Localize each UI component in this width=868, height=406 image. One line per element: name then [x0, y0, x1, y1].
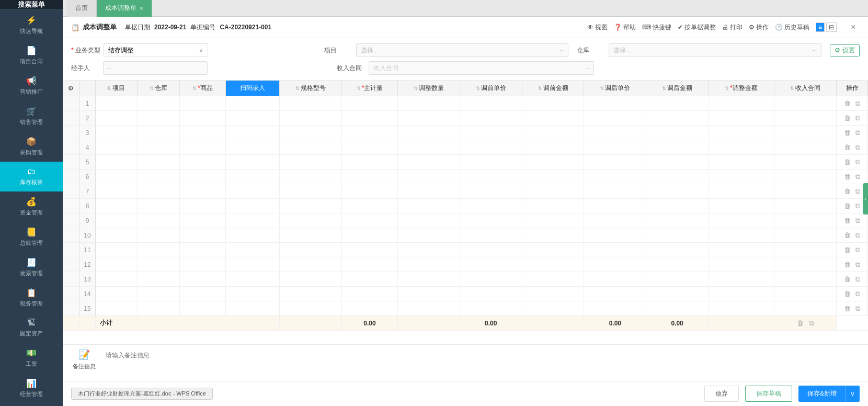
cell-scan[interactable]: [226, 155, 280, 170]
row-copy-button[interactable]: ⧉: [854, 201, 862, 211]
row-delete-button[interactable]: 🗑: [842, 172, 852, 181]
cell-pre-amount[interactable]: [522, 199, 584, 213]
view-tool[interactable]: 👁视图: [587, 23, 608, 32]
cell-unit[interactable]: [341, 199, 397, 213]
cell-pre-unit-price[interactable]: [460, 199, 522, 213]
cell-scan[interactable]: [226, 257, 280, 272]
cell-post-unit-price[interactable]: [584, 140, 646, 155]
cell-warehouse[interactable]: [138, 287, 180, 301]
cell-warehouse[interactable]: [138, 96, 180, 111]
business-type-input[interactable]: 结存调整 ∨: [104, 43, 208, 57]
cell-adj-qty[interactable]: [398, 199, 460, 213]
cell-adj-qty[interactable]: [398, 243, 460, 257]
sidebar-item-ops-mgmt[interactable]: 📊 经营管理: [0, 373, 63, 403]
cell-warehouse[interactable]: [138, 301, 180, 316]
cell-project[interactable]: [95, 301, 138, 316]
sidebar-item-project-contract[interactable]: 📄 项目合同: [0, 40, 63, 71]
cell-pre-amount[interactable]: [522, 213, 584, 228]
cell-income-contract[interactable]: [774, 199, 837, 213]
row-delete-button[interactable]: 🗑: [842, 260, 852, 269]
cell-warehouse[interactable]: [138, 155, 180, 170]
row-delete-button[interactable]: 🗑: [842, 304, 852, 313]
row-copy-button[interactable]: ⧉: [854, 245, 862, 255]
cell-post-unit-price[interactable]: [584, 228, 646, 243]
row-copy-button[interactable]: ⧉: [854, 304, 862, 313]
cell-project[interactable]: [95, 272, 138, 287]
cell-pre-amount[interactable]: [522, 126, 584, 140]
row-copy-button[interactable]: ⧉: [854, 114, 862, 123]
cell-scan[interactable]: [226, 111, 280, 126]
row-delete-button[interactable]: 🗑: [842, 114, 852, 122]
cell-pre-unit-price[interactable]: [460, 257, 522, 272]
cell-post-unit-price[interactable]: [584, 301, 646, 316]
cell-income-contract[interactable]: [774, 126, 837, 140]
cell-scan[interactable]: [226, 96, 280, 111]
cell-unit[interactable]: [341, 155, 397, 170]
handler-input[interactable]: ···: [103, 61, 208, 75]
cell-adj-amount[interactable]: [708, 287, 774, 301]
project-input[interactable]: 选择... ···: [356, 43, 569, 57]
sidebar-item-inventory-calc[interactable]: 🗂 库存核算: [0, 162, 63, 191]
save-new-button[interactable]: 保存&新增: [798, 386, 846, 402]
row-copy-button[interactable]: ⧉: [854, 289, 862, 299]
cell-warehouse[interactable]: [138, 199, 180, 213]
row-delete-button[interactable]: 🗑: [842, 231, 852, 240]
cell-unit[interactable]: [341, 243, 397, 257]
cell-post-amount[interactable]: [646, 213, 709, 228]
col-warehouse[interactable]: ⇅仓库: [138, 81, 180, 96]
row-delete-button[interactable]: 🗑: [842, 216, 852, 225]
cell-spec[interactable]: [280, 213, 342, 228]
sidebar-item-payroll[interactable]: 💵 工资: [0, 343, 63, 373]
sidebar-item-finance-mgmt[interactable]: 💰 资金管理: [0, 191, 63, 222]
cell-adj-amount[interactable]: [708, 257, 774, 272]
col-product[interactable]: ⇅*商品: [180, 81, 226, 96]
layout-btn-1[interactable]: ≡: [816, 22, 825, 32]
save-new-arrow-button[interactable]: ∨: [846, 386, 860, 402]
cell-income-contract[interactable]: [774, 184, 837, 199]
cell-pre-unit-price[interactable]: [460, 96, 522, 111]
cell-adj-qty[interactable]: [398, 272, 460, 287]
cell-post-amount[interactable]: [646, 257, 709, 272]
cell-product[interactable]: [180, 287, 226, 301]
cell-post-amount[interactable]: [646, 199, 709, 213]
history-tool[interactable]: 🕐历史草稿: [775, 23, 809, 32]
cell-spec[interactable]: [280, 301, 342, 316]
cell-scan[interactable]: [226, 287, 280, 301]
cell-spec[interactable]: [280, 272, 342, 287]
cell-warehouse[interactable]: [138, 184, 180, 199]
cell-unit[interactable]: [341, 140, 397, 155]
cell-spec[interactable]: [280, 257, 342, 272]
cell-project[interactable]: [95, 243, 138, 257]
row-copy-button[interactable]: ⧉: [854, 172, 862, 182]
cell-income-contract[interactable]: [774, 257, 837, 272]
sidebar-item-tax-mgmt[interactable]: 📋 税务管理: [0, 283, 63, 313]
cell-product[interactable]: [180, 213, 226, 228]
cell-post-amount[interactable]: [646, 170, 709, 184]
cell-pre-amount[interactable]: [522, 96, 584, 111]
cell-pre-amount[interactable]: [522, 140, 584, 155]
sidebar-item-invoice-mgmt[interactable]: 🧾 发票管理: [0, 252, 63, 283]
cell-post-unit-price[interactable]: [584, 184, 646, 199]
cell-adj-amount[interactable]: [708, 199, 774, 213]
row-copy-button[interactable]: ⧉: [854, 216, 862, 225]
cell-post-unit-price[interactable]: [584, 126, 646, 140]
cell-warehouse[interactable]: [138, 243, 180, 257]
cell-post-amount[interactable]: [646, 243, 709, 257]
tab-cost-adjust[interactable]: 成本调整单 ×: [97, 0, 152, 17]
cell-adj-amount[interactable]: [708, 96, 774, 111]
cell-income-contract[interactable]: [774, 111, 837, 126]
cell-project[interactable]: [95, 287, 138, 301]
cell-pre-unit-price[interactable]: [460, 126, 522, 140]
subtotal-delete[interactable]: 🗑: [795, 319, 805, 328]
cell-spec[interactable]: [280, 228, 342, 243]
cell-warehouse[interactable]: [138, 111, 180, 126]
cell-project[interactable]: [95, 155, 138, 170]
cell-post-amount[interactable]: [646, 96, 709, 111]
cell-post-unit-price[interactable]: [584, 155, 646, 170]
cell-post-amount[interactable]: [646, 184, 709, 199]
cell-post-amount[interactable]: [646, 301, 709, 316]
cell-pre-amount[interactable]: [522, 272, 584, 287]
cell-product[interactable]: [180, 301, 226, 316]
cell-adj-amount[interactable]: [708, 155, 774, 170]
row-copy-button[interactable]: ⧉: [854, 143, 862, 152]
